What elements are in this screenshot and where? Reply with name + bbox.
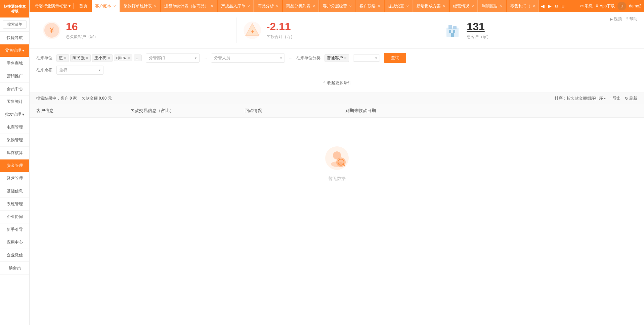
- stat-total-customers: 131 总客户（家）: [437, 17, 637, 43]
- tab-minimize-icon[interactable]: ⊟: [554, 3, 559, 9]
- tab-close-icon[interactable]: ✕: [349, 4, 352, 8]
- tab-close-icon[interactable]: ✕: [378, 4, 380, 8]
- tag-close-wang[interactable]: ✕: [108, 56, 110, 60]
- user-name[interactable]: demo2: [629, 4, 641, 8]
- sidebar-item-batch-mgmt[interactable]: 批发管理 ▾: [0, 108, 29, 121]
- category-tag-normal: 普通客户 ✕: [325, 54, 349, 62]
- category-filter-tags: 普通客户 ✕: [325, 54, 349, 62]
- category-filter-select[interactable]: ▾: [353, 55, 380, 62]
- sort-label: 排序：按欠款金额倒序排序 ▾: [555, 96, 606, 101]
- tab-customer-account[interactable]: 客户账本 ✕: [92, 0, 120, 12]
- tab-close-icon[interactable]: ✕: [500, 4, 503, 8]
- credit-customers-icon: ¥: [42, 20, 62, 40]
- tag-close-wu[interactable]: ✕: [64, 56, 67, 60]
- collapse-button[interactable]: ⌃ 收起更多条件: [36, 79, 637, 87]
- sidebar-item-system-mgmt[interactable]: 系统管理: [0, 198, 29, 211]
- tab-product-inbound[interactable]: 产成品入库单 ✕: [218, 0, 254, 12]
- tab-purchase-order-stat[interactable]: 采购订单统计表 ✕: [120, 0, 160, 12]
- tab-purchase-stat-by-product[interactable]: 进货单统计表（按商品） ✕: [161, 0, 217, 12]
- tab-close-icon[interactable]: ✕: [443, 4, 445, 8]
- tab-commission-setting[interactable]: 提成设置 ✕: [385, 0, 413, 12]
- home-tab[interactable]: 首页: [76, 0, 91, 12]
- balance-dropdown-arrow-icon: ▾: [99, 68, 100, 72]
- collapse-up-icon: ⌃: [323, 81, 326, 85]
- tag-close-chen[interactable]: ✕: [86, 56, 88, 60]
- dept-filter-select[interactable]: 分管部门 ▾: [146, 53, 200, 63]
- sidebar-item-app-center[interactable]: 应用中心: [0, 236, 29, 249]
- svg-text:✦: ✦: [250, 29, 254, 35]
- tab-close-icon[interactable]: ✕: [211, 4, 213, 8]
- tab-scroll-right-icon[interactable]: ▶: [547, 3, 553, 9]
- tag-close-normal[interactable]: ✕: [344, 56, 347, 60]
- user-avatar[interactable]: D: [617, 2, 626, 10]
- filter-row-1: 往来单位 伍 ✕ 陈民强 ✕ 王小亮 ✕ cjttcw: [36, 53, 637, 63]
- tab-retail-profit[interactable]: 零售利润（ ✕: [507, 0, 539, 12]
- sidebar-item-enterprise-wechat[interactable]: 企业微信: [0, 249, 29, 262]
- unit-tag-more[interactable]: ...: [134, 55, 142, 61]
- stats-top-right: ▶ 视频 ? 帮助: [610, 16, 637, 22]
- download-icon: ⬇: [595, 4, 599, 8]
- tab-close-icon[interactable]: ✕: [471, 4, 474, 8]
- person-more-icon[interactable]: ···: [289, 56, 292, 60]
- tab-customer-layering[interactable]: 客户分层经营 ✕: [319, 0, 355, 12]
- sidebar-item-ecommerce-mgmt[interactable]: 电商管理: [0, 121, 29, 134]
- svg-rect-7: [448, 25, 452, 29]
- sidebar-item-purchase-mgmt[interactable]: 采购管理: [0, 134, 29, 147]
- tab-close-icon[interactable]: ✕: [312, 4, 315, 8]
- sidebar-item-marketing-promo[interactable]: 营销推广: [0, 70, 29, 83]
- col-customer-info: 客户信息: [36, 108, 130, 114]
- sidebar-item-inventory-check[interactable]: 库存核算: [0, 147, 29, 159]
- sidebar-item-zero-retail-stat[interactable]: 零售统计: [0, 96, 29, 108]
- tab-add-commission-plan[interactable]: 新增提成方案 ✕: [413, 0, 449, 12]
- person-filter-select[interactable]: 分管人员 ▾: [211, 53, 285, 63]
- main-area: 母婴行业演示帐套 ▾ 首页 客户账本 ✕ 采购订单统计表 ✕ 进货单统计表（按商…: [30, 0, 644, 325]
- sidebar-item-capital-mgmt[interactable]: 资金管理: [0, 159, 29, 172]
- tab-operation-status[interactable]: 经营情况 ✕: [450, 0, 478, 12]
- tab-scroll-left-icon[interactable]: ◀: [540, 3, 546, 9]
- tab-expand-icon[interactable]: ⊞: [560, 3, 566, 9]
- message-button[interactable]: ✉ 消息: [580, 3, 593, 9]
- tab-profit-report[interactable]: 利润报告 ✕: [478, 0, 506, 12]
- category-dropdown-arrow-icon: ▾: [375, 56, 377, 60]
- dept-more-icon[interactable]: ···: [204, 56, 207, 60]
- tab-product-analysis[interactable]: 商品分析 ✕: [254, 0, 282, 12]
- export-button[interactable]: ↑ 导出: [610, 96, 621, 101]
- col-credit-transaction: 欠款交易信息（占比）: [130, 108, 245, 114]
- tab-customer-contact[interactable]: 客户联络 ✕: [356, 0, 384, 12]
- sidebar-item-member-center[interactable]: 会员中心: [0, 83, 29, 96]
- stat-credit-amount-value: -2.11: [266, 21, 295, 33]
- tab-close-icon[interactable]: ✕: [532, 4, 535, 8]
- svg-rect-8: [453, 26, 457, 29]
- sidebar-item-zero-retail-mgmt[interactable]: 零售管理 ▾: [0, 44, 29, 57]
- tag-close-cjttcw[interactable]: ✕: [127, 56, 130, 60]
- stat-credit-customers-value: 16: [66, 21, 98, 33]
- app-download-button[interactable]: ⬇ App下载: [595, 3, 615, 9]
- sidebar-item-quick-nav[interactable]: 快捷导航: [0, 32, 29, 44]
- video-help-button[interactable]: ▶ 视频: [610, 16, 622, 22]
- sidebar-item-basic-info[interactable]: 基础信息: [0, 185, 29, 198]
- sidebar-item-zero-retail-mall[interactable]: 零售商城: [0, 57, 29, 70]
- sidebar-item-enterprise-collab[interactable]: 企业协同: [0, 211, 29, 223]
- refresh-button[interactable]: ↻ 刷新: [625, 96, 637, 101]
- stat-credit-amount-label: 欠款合计（万）: [266, 34, 295, 40]
- tab-close-icon[interactable]: ✕: [154, 4, 157, 8]
- query-button[interactable]: 查询: [384, 53, 406, 63]
- industry-selector[interactable]: 母婴行业演示帐套 ▾: [32, 3, 74, 9]
- search-menu-button[interactable]: 搜索菜单: [3, 20, 27, 29]
- filter-row-2: 往来余额 选择... ▾: [36, 66, 637, 75]
- tab-close-icon[interactable]: ✕: [276, 4, 278, 8]
- balance-filter-select[interactable]: 选择... ▾: [56, 66, 103, 75]
- table-header: 客户信息 欠款交易信息（占比） 回款情况 到期未收款日期: [30, 104, 644, 118]
- svg-rect-9: [449, 30, 451, 33]
- tab-close-icon[interactable]: ✕: [113, 4, 116, 8]
- sidebar-item-new-guide[interactable]: 新手引导: [0, 223, 29, 236]
- tab-close-icon[interactable]: ✕: [247, 4, 250, 8]
- tab-product-analysis-list[interactable]: 商品分析列表 ✕: [283, 0, 319, 12]
- sidebar-item-vip-member[interactable]: 畅会员: [0, 262, 29, 275]
- sidebar-item-operation-mgmt[interactable]: 经营管理: [0, 172, 29, 185]
- tab-close-icon[interactable]: ✕: [406, 4, 409, 8]
- person-dropdown-arrow-icon: ▾: [280, 56, 282, 60]
- results-right: 排序：按欠款金额倒序排序 ▾ ↑ 导出 ↻ 刷新: [555, 96, 637, 101]
- help-button[interactable]: ? 帮助: [626, 16, 637, 22]
- table-empty-state: 暂无数据: [30, 118, 644, 209]
